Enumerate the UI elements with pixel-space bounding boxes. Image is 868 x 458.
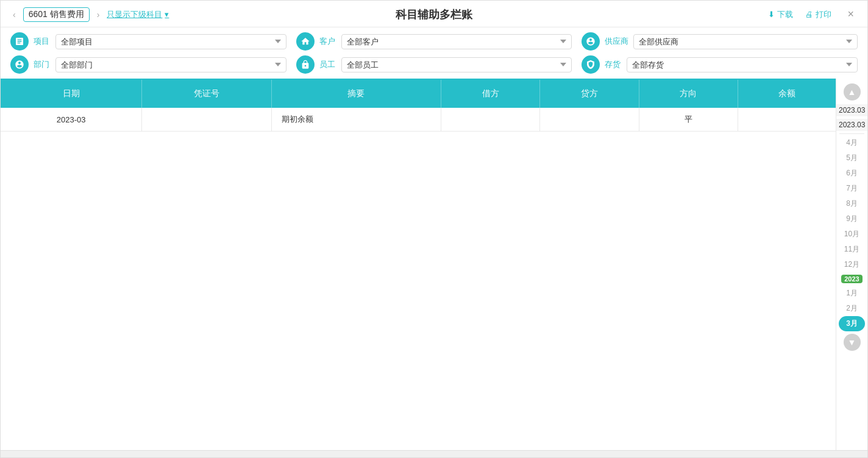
next-account-button[interactable]: ›: [94, 9, 102, 21]
show-sub-label: 只显示下级科目: [107, 9, 162, 20]
prev-account-button[interactable]: ‹: [10, 9, 18, 21]
print-button[interactable]: 🖨 打印: [805, 9, 831, 20]
timeline-month-5[interactable]: 5月: [836, 150, 867, 166]
employee-icon: [296, 55, 315, 74]
title-bar: ‹ 6601 销售费用 › 只显示下级科目 ▾ 科目辅助多栏账 ⬇ 下载 🖨 打…: [1, 1, 867, 27]
page-title: 科目辅助多栏账: [396, 7, 472, 22]
title-left: ‹ 6601 销售费用 › 只显示下级科目 ▾: [10, 7, 169, 22]
timeline-separator-1: [839, 133, 864, 134]
customer-icon: [296, 32, 315, 51]
print-icon: 🖨: [805, 10, 813, 19]
timeline-month-11[interactable]: 11月: [836, 242, 867, 257]
side-timeline: ▲ 2023.03 2023.03 4月 5月 6月 7月 8月 9月 10月 …: [836, 79, 867, 450]
main-window: ‹ 6601 销售费用 › 只显示下级科目 ▾ 科目辅助多栏账 ⬇ 下载 🖨 打…: [0, 0, 868, 458]
department-select[interactable]: 全部部门: [55, 57, 286, 72]
timeline-month-9[interactable]: 9月: [836, 211, 867, 227]
col-debit: 借方: [441, 80, 539, 108]
close-button[interactable]: ×: [844, 7, 858, 22]
bottom-scrollbar[interactable]: [1, 450, 867, 457]
filter-project: 项目 全部项目: [10, 32, 286, 51]
col-summary: 摘要: [272, 80, 441, 108]
col-date: 日期: [1, 80, 142, 108]
project-select[interactable]: 全部项目: [55, 34, 286, 49]
download-icon: ⬇: [768, 10, 775, 19]
chevron-up-icon: ▲: [848, 87, 856, 97]
cell-debit: [441, 108, 539, 132]
show-sub-chevron-icon: ▾: [165, 10, 169, 19]
timeline-month-10[interactable]: 10月: [836, 227, 867, 242]
col-direction: 方向: [639, 80, 738, 108]
title-actions: ⬇ 下载 🖨 打印 ×: [768, 7, 858, 22]
col-balance: 余额: [738, 80, 836, 108]
timeline-down-button[interactable]: ▼: [844, 334, 861, 351]
table-row[interactable]: 2023-03 期初余额 平: [1, 108, 836, 132]
main-content: 日期 凭证号 摘要 借方 贷方 方向 余额 2023-03 期初余额: [1, 79, 867, 450]
ledger-table: 日期 凭证号 摘要 借方 贷方 方向 余额 2023-03 期初余额: [1, 80, 836, 132]
employee-label: 员工: [319, 59, 336, 70]
cell-summary: 期初余额: [272, 108, 441, 132]
supplier-select[interactable]: 全部供应商: [633, 34, 858, 49]
timeline-month-2[interactable]: 2月: [836, 301, 867, 316]
show-sub-select[interactable]: 只显示下级科目 ▾: [107, 9, 169, 20]
supplier-icon: [582, 32, 600, 51]
timeline-month-12[interactable]: 12月: [836, 257, 867, 272]
account-code-label: 6601 销售费用: [23, 7, 90, 22]
customer-label: 客户: [319, 36, 336, 47]
supplier-label: 供应商: [605, 36, 628, 47]
timeline-up-button[interactable]: ▲: [844, 83, 861, 100]
filter-supplier: 供应商 全部供应商: [582, 32, 858, 51]
timeline-period-2[interactable]: 2023.03: [836, 119, 867, 131]
timeline-month-6[interactable]: 6月: [836, 166, 867, 181]
timeline-month-8[interactable]: 8月: [836, 196, 867, 211]
cell-direction: 平: [639, 108, 738, 132]
cell-balance: [738, 108, 836, 132]
col-credit: 贷方: [540, 80, 639, 108]
filter-bar: 项目 全部项目 客户 全部客户 供应商 全部供应商: [1, 27, 867, 79]
cell-date: 2023-03: [1, 108, 142, 132]
col-voucher: 凭证号: [142, 80, 272, 108]
chevron-down-icon: ▼: [848, 337, 856, 347]
customer-select[interactable]: 全部客户: [341, 34, 572, 49]
filter-employee: 员工 全部员工: [296, 55, 572, 74]
department-icon: [10, 55, 29, 74]
download-button[interactable]: ⬇ 下载: [768, 9, 793, 20]
table-area[interactable]: 日期 凭证号 摘要 借方 贷方 方向 余额 2023-03 期初余额: [1, 79, 836, 450]
filter-department: 部门 全部部门: [10, 55, 286, 74]
timeline-month-3-active[interactable]: 3月: [839, 316, 865, 331]
timeline-month-7[interactable]: 7月: [836, 181, 867, 196]
timeline-period-1[interactable]: 2023.03: [836, 104, 867, 116]
department-label: 部门: [34, 59, 51, 70]
cell-credit: [540, 108, 639, 132]
project-label: 项目: [34, 36, 51, 47]
inventory-icon: [582, 55, 600, 74]
project-icon: [10, 32, 29, 51]
timeline-month-1[interactable]: 1月: [836, 286, 867, 301]
inventory-label: 存货: [605, 59, 622, 70]
print-label: 打印: [816, 9, 831, 20]
scrollbar-inner: [1, 451, 366, 457]
year-badge: 2023: [841, 275, 862, 283]
download-label: 下载: [777, 9, 793, 20]
timeline-month-4[interactable]: 4月: [836, 135, 867, 150]
year-badge-container: 2023: [841, 272, 862, 286]
inventory-select[interactable]: 全部存货: [627, 57, 858, 72]
cell-voucher: [142, 108, 272, 132]
filter-customer: 客户 全部客户: [296, 32, 572, 51]
filter-inventory: 存货 全部存货: [582, 55, 858, 74]
employee-select[interactable]: 全部员工: [341, 57, 572, 72]
